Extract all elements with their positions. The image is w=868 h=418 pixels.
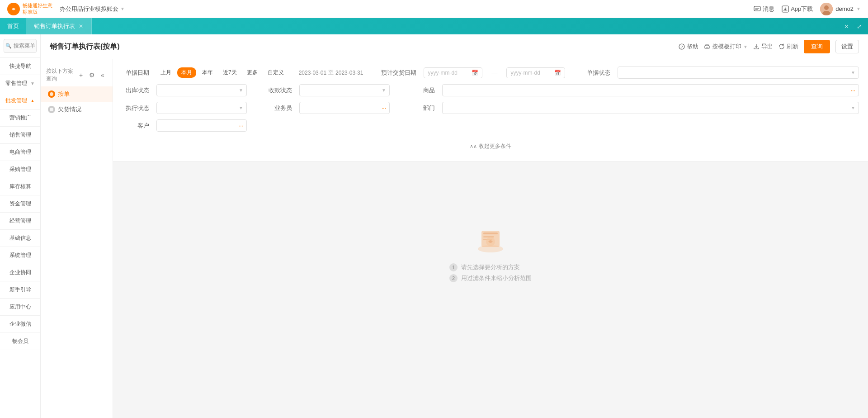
salesperson-wrapper: ··· (299, 102, 390, 114)
customer-input[interactable] (156, 119, 247, 132)
svg-point-11 (50, 108, 53, 111)
customer-more-icon: ··· (239, 123, 243, 129)
top-header: 畅捷通好生意 标准版 办公用品行业模拟账套 ▼ 消息 App下载 (0, 0, 868, 18)
svg-rect-14 (483, 233, 498, 234)
delivery-select[interactable] (156, 84, 247, 96)
sidebar-item-marketing[interactable]: 营销推广 (0, 109, 40, 127)
logo-text: 畅捷通好生意 标准版 (23, 3, 52, 14)
sidebar-item-ecommerce[interactable]: 电商管理 (0, 144, 40, 161)
sidebar-item-finance[interactable]: 资金管理 (0, 195, 40, 213)
tip-num-2: 2 (449, 274, 458, 282)
message-btn[interactable]: 消息 (754, 5, 774, 13)
settings-btn[interactable]: 设置 (835, 40, 859, 53)
sidebar-item-member[interactable]: 畅会员 (0, 333, 40, 350)
app-download-btn[interactable]: App下载 (782, 5, 813, 13)
empty-tips: 1 请先选择要分析的方案 2 用过滤条件来缩小分析范围 (449, 263, 532, 282)
app-selector[interactable]: 办公用品行业模拟账套 ▼ (56, 3, 128, 15)
date-sep: — (491, 69, 497, 76)
tip-num-1: 1 (449, 263, 458, 271)
empty-state: 1 请先选择要分析的方案 2 用过滤条件来缩小分析范围 (113, 162, 868, 342)
customer-wrapper: ··· (156, 119, 247, 132)
app-selector-chevron-icon: ▼ (120, 6, 125, 11)
date-btn-custom[interactable]: 自定义 (264, 67, 288, 78)
svg-point-10 (50, 92, 53, 96)
sidebar-item-sales[interactable]: 销售管理 (0, 127, 40, 144)
search-icon: 🔍 (5, 43, 12, 49)
filter-row-2: 出库状态 ▼ 收款状态 ▼ (122, 84, 859, 96)
sidebar-item-retail[interactable]: 零售管理 ▼ (0, 75, 40, 92)
tab-home[interactable]: 首页 (0, 18, 27, 34)
delivery-select-wrapper: ▼ (156, 84, 247, 96)
salesperson-input[interactable] (299, 102, 390, 114)
page-actions: ? 帮助 按模板打印 ▼ (679, 40, 859, 53)
tab-close-all-btn[interactable]: ✕ (841, 21, 852, 32)
date-btn-current-month[interactable]: 本月 (177, 67, 196, 78)
refresh-btn[interactable]: 刷新 (778, 43, 798, 51)
date-btn-last7[interactable]: 近7天 (219, 67, 241, 78)
sidebar-item-purchase[interactable]: 采购管理 (0, 161, 40, 178)
tab-bar: 首页 销售订单执行表 ✕ ✕ ⤢ (0, 18, 868, 34)
date-btn-more[interactable]: 更多 (243, 67, 262, 78)
header-left: 畅捷通好生意 标准版 办公用品行业模拟账套 ▼ (7, 3, 128, 15)
left-panel-item-按单[interactable]: 按单 (41, 86, 113, 102)
department-wrapper: ▼ (442, 102, 859, 114)
sidebar-item-enterprise[interactable]: 企业协同 (0, 264, 40, 281)
left-panel-add-btn[interactable]: + (76, 71, 85, 80)
payment-select[interactable] (299, 84, 390, 96)
export-btn[interactable]: 导出 (753, 43, 773, 51)
tab-expand-btn[interactable]: ⤢ (854, 21, 864, 32)
filter-row-1: 单据日期 上月 本月 本年 近7天 更多 自定义 2023-03-01 至 (122, 66, 859, 79)
sidebar-search-btn[interactable]: 🔍 搜索菜单 (4, 39, 37, 53)
sidebar-item-basic[interactable]: 基础信息 (0, 230, 40, 247)
user-chevron-icon: ▼ (856, 6, 861, 11)
sidebar-item-apps[interactable]: 应用中心 (0, 299, 40, 316)
sidebar: 🔍 搜索菜单 快捷导航 零售管理 ▼ 批发管理 ▲ 营销推广 销售管理 电商管理… (0, 34, 41, 418)
left-panel-settings-btn[interactable]: ⚙ (87, 71, 96, 80)
sidebar-item-wechat[interactable]: 企业微信 (0, 316, 40, 333)
date-btn-this-year[interactable]: 本年 (198, 67, 217, 78)
sidebar-item-system[interactable]: 系统管理 (0, 247, 40, 264)
left-panel-collapse-btn[interactable]: « (98, 71, 107, 80)
content-area: 销售订单执行表(按单) ? 帮助 按模板打印 ▼ (41, 34, 868, 418)
predicted-date-start[interactable]: yyyy-mm-dd 📅 (424, 67, 482, 78)
tab-sales-order-exec[interactable]: 销售订单执行表 ✕ (27, 18, 92, 34)
avatar (820, 3, 833, 15)
date-btn-last-month[interactable]: 上月 (156, 67, 175, 78)
help-btn[interactable]: ? 帮助 (679, 43, 698, 51)
predicted-date-end[interactable]: yyyy-mm-dd 📅 (506, 67, 565, 78)
sidebar-item-inventory[interactable]: 库存核算 (0, 178, 40, 195)
collapse-btn[interactable]: ∧∧ 收起更多条件 (466, 139, 515, 154)
export-icon (753, 43, 760, 50)
retail-chevron-icon: ▼ (30, 81, 35, 86)
logo-area: 畅捷通好生意 标准版 (7, 3, 52, 15)
help-icon: ? (679, 43, 685, 50)
exec-status-select[interactable] (156, 102, 247, 114)
filter-row-3: 执行状态 ▼ 业务员 ··· 部门 (122, 102, 859, 114)
user-info[interactable]: demo2 ▼ (820, 3, 861, 15)
status-select[interactable] (618, 66, 859, 79)
tab-close-btn[interactable]: ✕ (78, 22, 84, 30)
filter-section: 单据日期 上月 本月 本年 近7天 更多 自定义 2023-03-01 至 (113, 59, 868, 162)
print-btn[interactable]: 按模板打印 ▼ (704, 43, 748, 51)
goods-input[interactable] (442, 84, 859, 96)
sidebar-item-operations[interactable]: 经营管理 (0, 213, 40, 230)
sidebar-item-quick-nav[interactable]: 快捷导航 (0, 58, 40, 75)
exec-status-wrapper: ▼ (156, 102, 247, 114)
left-panel-item-欠货情况[interactable]: 欠货情况 (41, 102, 113, 117)
wholesale-chevron-icon: ▲ (30, 98, 35, 103)
date-range: 2023-03-01 至 2023-03-31 (299, 69, 363, 76)
calendar-start-icon[interactable]: 📅 (472, 70, 478, 76)
print-chevron-icon: ▼ (743, 44, 748, 49)
calendar-end-icon[interactable]: 📅 (554, 70, 561, 76)
message-icon (754, 5, 761, 13)
sidebar-item-wholesale[interactable]: 批发管理 ▲ (0, 92, 40, 109)
header-right: 消息 App下载 demo2 ▼ (754, 3, 861, 15)
date-quick-btns: 上月 本月 本年 近7天 更多 自定义 (156, 67, 288, 78)
tab-bar-actions: ✕ ⤢ (841, 21, 868, 32)
left-panel: 按以下方案查询 + ⚙ « 按单 (41, 59, 113, 418)
empty-tip-1: 1 请先选择要分析的方案 (449, 263, 532, 271)
sidebar-item-guide[interactable]: 新手引导 (0, 281, 40, 299)
goods-wrapper: ··· (442, 84, 859, 96)
department-select[interactable] (442, 102, 859, 114)
query-btn[interactable]: 查询 (804, 40, 830, 53)
